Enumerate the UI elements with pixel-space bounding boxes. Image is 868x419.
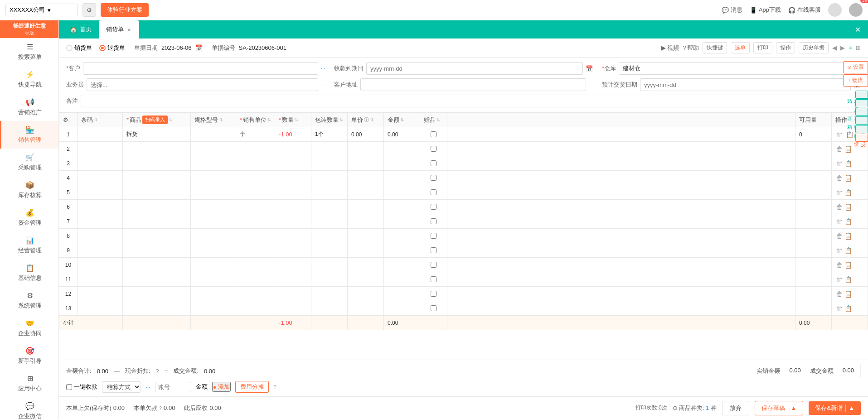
copy-row-button[interactable]: 📋	[844, 217, 853, 226]
delete-row-button[interactable]: 🗑	[835, 188, 844, 197]
discard-button[interactable]: 放弃	[722, 401, 749, 415]
copy-row-button[interactable]: 📋	[844, 260, 853, 270]
gift-checkbox[interactable]	[431, 204, 436, 210]
online-service-button[interactable]: 🎧 在线客服	[788, 6, 821, 14]
gift-checkbox[interactable]	[431, 276, 436, 282]
grid-view-icon[interactable]: ⊞	[856, 44, 861, 51]
gift-checkbox[interactable]	[431, 131, 436, 137]
copy-row-button[interactable]: 📋	[844, 159, 853, 168]
ellipsis-pay[interactable]: ···	[145, 384, 150, 390]
customer-more-button[interactable]: ···	[321, 66, 325, 71]
settings-button[interactable]: ⊙ 设置	[843, 61, 868, 73]
draft-float-button[interactable]: 草稿箱	[855, 116, 868, 125]
delete-row-button[interactable]: 🗑	[835, 144, 844, 154]
customer-input[interactable]	[83, 62, 318, 75]
app-download-button[interactable]: 📱 App下载	[750, 6, 781, 14]
scan-barcode-button[interactable]: 扫码录入	[142, 116, 168, 124]
copy-row-button[interactable]: 📋	[844, 231, 853, 241]
history-button[interactable]: 历史单据	[799, 42, 829, 53]
save-new-chevron[interactable]: ▲	[849, 405, 854, 411]
gift-checkbox[interactable]	[431, 146, 436, 152]
feedback-float-button[interactable]: 反馈	[855, 134, 868, 142]
delete-row-button[interactable]: 🗑	[835, 289, 844, 299]
salesperson-more-button[interactable]: ···	[321, 82, 325, 87]
radio-sale-order[interactable]: 销货单	[66, 44, 92, 52]
customer-addr-input[interactable]	[360, 78, 586, 91]
cell-price[interactable]: 0.00	[348, 127, 384, 142]
copy-row-button[interactable]: 📋	[844, 173, 853, 183]
cell-gift[interactable]	[420, 127, 447, 142]
gift-checkbox[interactable]	[431, 262, 436, 268]
add-payment-button[interactable]: ● 添加	[212, 382, 231, 392]
copy-row-button[interactable]: 📋	[844, 246, 853, 255]
star-float-button[interactable]: 收藏	[855, 125, 868, 133]
save-draft-button[interactable]: 保存草稿	[761, 404, 785, 412]
video-link[interactable]: ▶ 视频	[661, 44, 679, 52]
next-icon[interactable]: ▶	[840, 44, 845, 51]
delete-row-button[interactable]: 🗑	[835, 173, 844, 183]
gift-checkbox[interactable]	[431, 160, 436, 166]
gift-checkbox[interactable]	[431, 218, 436, 224]
close-window-button[interactable]: ✕	[855, 25, 861, 34]
radio-return-order[interactable]: 退货单	[99, 44, 125, 52]
tab-home[interactable]: 🏠 首页	[63, 20, 99, 39]
trial-industry-button[interactable]: 体验行业方案	[101, 3, 149, 17]
cell-amount[interactable]: 0.00	[384, 127, 420, 142]
account-number-input[interactable]	[155, 382, 191, 392]
copy-row-button[interactable]: 📋	[844, 188, 853, 197]
cell-goods[interactable]: 拆货	[123, 127, 191, 142]
sidebar-item-app-center[interactable]: ⊞ 应用中心	[0, 370, 58, 397]
sidebar-item-capital[interactable]: 💰 资金管理	[0, 204, 58, 231]
delete-row-button[interactable]: 🗑	[835, 246, 844, 255]
salesperson-input[interactable]	[87, 78, 318, 91]
help-link[interactable]: ? 帮助	[683, 44, 699, 52]
delete-row-button[interactable]: 🗑	[835, 217, 844, 226]
avatar[interactable]	[828, 3, 842, 17]
copy-row-button[interactable]: 📋	[845, 130, 854, 139]
calc-float-button[interactable]: 计算器	[855, 108, 868, 116]
price-info-icon[interactable]: ⓘ	[364, 116, 369, 123]
note-float-button[interactable]: 便利贴	[855, 91, 868, 99]
delete-row-button[interactable]: 🗑	[835, 304, 844, 313]
copy-row-button[interactable]: 📋	[844, 202, 853, 212]
debt-info-icon[interactable]: ?	[159, 405, 162, 411]
delete-row-button[interactable]: 🗑	[835, 159, 844, 168]
list-view-icon[interactable]: ≡	[849, 44, 852, 51]
gift-checkbox[interactable]	[431, 175, 436, 181]
product-kind-value[interactable]: 1	[706, 405, 709, 411]
cell-pkgqty[interactable]: 1个	[311, 127, 348, 142]
cell-qty[interactable]: -1.00	[275, 127, 311, 142]
ops-button[interactable]: 操作	[776, 42, 795, 53]
sidebar-item-enterprise[interactable]: 🤝 企业协同	[0, 314, 58, 342]
copy-row-button[interactable]: 📋	[844, 304, 853, 313]
company-selector[interactable]: XXXXXX公司 ▾	[5, 4, 78, 16]
sidebar-item-base-info[interactable]: 📋 基础信息	[0, 259, 58, 287]
customer-addr-more-button[interactable]: ···	[589, 82, 593, 87]
gift-checkbox[interactable]	[431, 233, 436, 239]
sidebar-item-operation[interactable]: 📊 经营管理	[0, 231, 58, 259]
sidebar-item-search-order[interactable]: ☰ 搜索菜单	[0, 38, 58, 66]
cell-spec[interactable]	[191, 127, 236, 142]
expected-date-input[interactable]	[640, 78, 851, 91]
calendar-icon[interactable]: 📅	[195, 44, 203, 51]
remark-input[interactable]	[81, 95, 861, 107]
one-key-pay-checkbox[interactable]: 一键收款	[66, 383, 97, 391]
print-button[interactable]: 打印	[753, 42, 772, 53]
cell-unit[interactable]: 个	[236, 127, 275, 142]
sidebar-item-purchase-mgmt[interactable]: 🛒 采购管理	[0, 149, 58, 176]
sidebar-item-inventory[interactable]: 📦 库存核算	[0, 176, 58, 204]
settings-table-icon[interactable]: ⚙	[63, 116, 68, 123]
sidebar-item-wecom[interactable]: 💬 企业微信	[0, 397, 58, 419]
delete-row-button[interactable]: 🗑	[835, 260, 844, 270]
save-draft-chevron[interactable]: ▲	[791, 405, 797, 411]
calc-method-select[interactable]: 结算方式	[102, 381, 141, 393]
delete-row-button[interactable]: 🗑	[835, 275, 844, 284]
select-order-button[interactable]: 选单	[731, 42, 750, 53]
tab-sales-order[interactable]: 销货单 ×	[99, 20, 139, 39]
save-new-button[interactable]: 保存&新增	[815, 404, 843, 412]
due-date-input[interactable]	[366, 62, 583, 75]
gift-checkbox[interactable]	[431, 247, 436, 253]
delete-row-button[interactable]: 🗑	[835, 202, 844, 212]
cell-barcode[interactable]	[78, 127, 123, 142]
delete-row-button[interactable]: 🗑	[835, 231, 844, 241]
